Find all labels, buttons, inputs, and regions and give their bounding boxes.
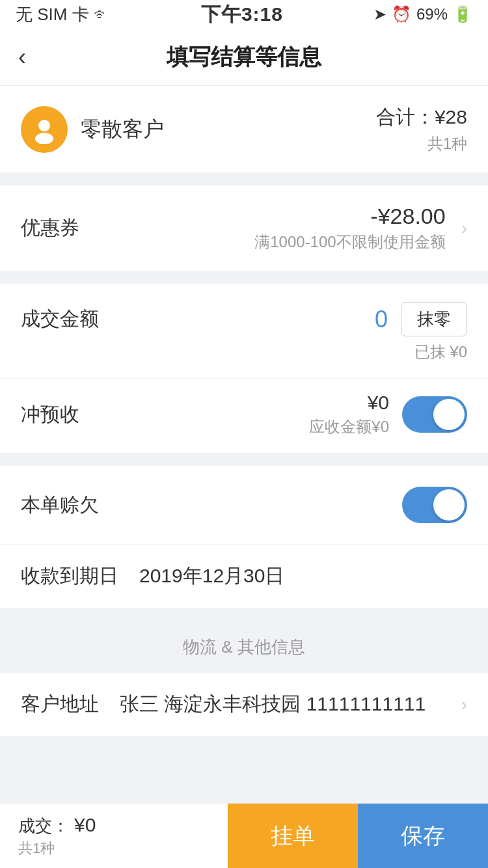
deal-amount: ¥0 — [74, 814, 96, 836]
chevron-right-icon: › — [461, 218, 467, 239]
nav-bar: ‹ 填写结算等信息 — [0, 29, 488, 86]
status-bar: 无 SIM 卡 ᯤ 下午3:18 ➤ ⏰ 69% 🔋 — [0, 0, 488, 29]
page-title: 填写结算等信息 — [167, 42, 321, 72]
divider-4 — [0, 608, 488, 621]
address-label: 客户地址 — [21, 691, 99, 718]
status-left: 无 SIM 卡 ᯤ — [16, 3, 111, 26]
svg-point-0 — [38, 120, 50, 131]
coupon-description: 满1000-100不限制使用金额 — [254, 232, 445, 252]
save-button[interactable]: 保存 — [358, 804, 488, 868]
customer-total-block: 合计：¥28 共1种 — [376, 104, 467, 154]
bottom-info: 成交： ¥0 共1种 — [0, 804, 228, 868]
amount-sub: 已抹 ¥0 — [0, 342, 488, 378]
status-right: ➤ ⏰ 69% 🔋 — [373, 5, 472, 23]
coupon-label: 优惠券 — [21, 215, 79, 241]
hold-button[interactable]: 挂单 — [228, 804, 358, 868]
bottom-bar: 成交： ¥0 共1种 挂单 保存 — [0, 803, 488, 868]
amount-right-block: 0 抹零 — [375, 302, 467, 336]
coupon-section: 优惠券 -¥28.00 满1000-100不限制使用金额 › — [0, 185, 488, 271]
round-button[interactable]: 抹零 — [401, 302, 467, 336]
divider-2 — [0, 271, 488, 284]
logistics-header: 物流 & 其他信息 — [0, 621, 488, 673]
address-row[interactable]: 客户地址 张三 海淀永丰科技园 11111111111 › — [0, 673, 488, 736]
back-button[interactable]: ‹ — [18, 44, 26, 71]
coupon-row[interactable]: 优惠券 -¥28.00 满1000-100不限制使用金额 › — [0, 185, 488, 271]
svg-point-1 — [35, 133, 53, 144]
amount-label: 成交金额 — [21, 306, 99, 332]
amount-value: 0 — [375, 306, 388, 333]
address-chevron-icon: › — [461, 694, 467, 715]
sim-status: 无 SIM 卡 ᯤ — [16, 3, 111, 26]
deal-label: 成交： — [18, 815, 69, 837]
amount-section: 成交金额 0 抹零 已抹 ¥0 冲预收 ¥0 应收金额¥0 — [0, 284, 488, 453]
prereceive-row: 冲预收 ¥0 应收金额¥0 — [0, 378, 488, 453]
address-section: 客户地址 张三 海淀永丰科技园 11111111111 › — [0, 673, 488, 736]
prereceive-label: 冲预收 — [21, 401, 79, 428]
alarm-icon: ⏰ — [392, 5, 411, 23]
debt-label: 本单赊欠 — [21, 492, 99, 519]
logistics-header-text: 物流 & 其他信息 — [183, 636, 305, 658]
bottom-count: 共1种 — [18, 839, 210, 858]
prereceive-amounts: ¥0 应收金额¥0 — [309, 392, 389, 437]
customer-name: 零散客户 — [81, 115, 164, 144]
person-icon — [30, 115, 59, 144]
prereceive-sub-amount: 应收金额¥0 — [309, 416, 389, 437]
prereceive-right: ¥0 应收金额¥0 — [309, 392, 467, 437]
coupon-info: -¥28.00 满1000-100不限制使用金额 — [254, 204, 445, 252]
prereceive-toggle[interactable] — [402, 396, 467, 433]
customer-total: 合计：¥28 — [376, 104, 467, 131]
debt-row: 本单赊欠 — [0, 466, 488, 544]
customer-left: 零散客户 — [21, 106, 164, 153]
battery-level: 69% — [416, 5, 448, 23]
amount-row: 成交金额 0 抹零 — [0, 284, 488, 342]
debt-section: 本单赊欠 收款到期日 2019年12月30日 — [0, 466, 488, 608]
coupon-discount: -¥28.00 — [254, 204, 445, 229]
coupon-right-block: -¥28.00 满1000-100不限制使用金额 › — [254, 204, 467, 252]
duedate-value: 2019年12月30日 — [139, 563, 284, 590]
customer-row: 零散客户 合计：¥28 共1种 — [0, 86, 488, 172]
divider-1 — [0, 172, 488, 185]
address-value: 张三 海淀永丰科技园 11111111111 — [120, 691, 456, 718]
status-time: 下午3:18 — [201, 1, 283, 28]
duedate-label: 收款到期日 — [21, 563, 118, 590]
prereceive-main-amount: ¥0 — [309, 392, 389, 414]
customer-count: 共1种 — [376, 133, 467, 154]
avatar — [21, 106, 68, 153]
location-icon: ➤ — [373, 5, 386, 23]
divider-3 — [0, 453, 488, 466]
battery-icon: 🔋 — [453, 5, 472, 23]
divider-5 — [0, 736, 488, 749]
debt-toggle[interactable] — [402, 487, 467, 523]
duedate-row: 收款到期日 2019年12月30日 — [0, 544, 488, 608]
